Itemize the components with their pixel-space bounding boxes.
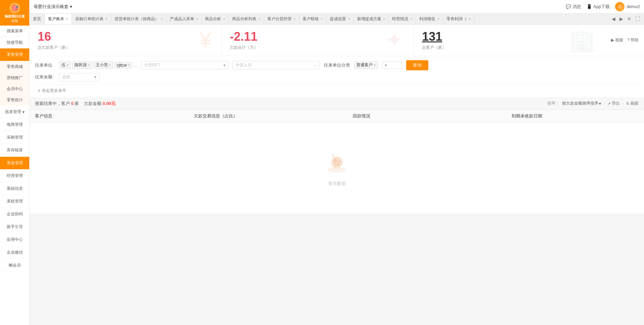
tab-close-all-btn[interactable]: ✕ [626,15,633,22]
empty-icon [324,150,350,177]
sidebar-item-retail-stats[interactable]: 零售统计 [0,95,29,106]
sidebar-item-wechat[interactable]: 企业微信 [0,246,29,259]
sidebar-item-member[interactable]: 会员中心 [0,83,29,95]
sidebar-item-enterprise[interactable]: 企业协同 [0,208,29,221]
close-tab-purchase-stats[interactable]: × [161,17,163,21]
remove-tag-chen[interactable]: × [88,63,90,67]
svg-point-4 [338,160,340,162]
tab-customer-ledger[interactable]: 客户账本 × [45,14,72,25]
sidebar-item-marketing[interactable]: 营销推广 [0,72,29,83]
remove-tag-cjttcw[interactable]: × [128,63,130,67]
video-link[interactable]: ▶ 视频 [611,37,623,43]
filter-more-tags[interactable]: ... [133,63,137,68]
close-tab-customer-contact[interactable]: × [321,17,323,21]
app-download-btn[interactable]: 📱 App下载 [587,4,610,10]
balance-select[interactable]: 选择... ▾ [59,73,99,81]
close-tab-customer-segment[interactable]: × [294,17,296,21]
sidebar-item-ecommerce[interactable]: 电商管理 [0,118,29,131]
help-link[interactable]: ? 帮助 [627,37,639,43]
message-btn[interactable]: 💬 消息 [566,4,581,10]
filter-area: 往来单位 伍 × 陈民强 × 王小亮 × cjttcw [30,56,644,98]
user-name: demo2 [627,4,640,9]
table-header: 客户信息 欠款交易信息（占比） 回款情况 到期未收款日期 [30,110,644,123]
tab-next-btn[interactable]: ▶ [618,15,625,22]
account-selector[interactable]: 母婴行业演示账套 ▾ [34,4,72,10]
tab-purchase-stats[interactable]: 进货单统计表（按商品） × [111,13,167,24]
user-menu[interactable]: D demo2 [615,2,640,11]
close-tab-purchase-order[interactable]: × [105,17,108,21]
tab-production-entry[interactable]: 产成品入库单 × [167,13,202,24]
sidebar-item-inventory[interactable]: 库存核算 [0,144,29,157]
refresh-btn[interactable]: ↻ 刷新 [626,101,639,106]
query-button[interactable]: 查询 [406,60,428,70]
filter-tag-wang[interactable]: 王小亮 × [93,61,113,69]
tab-customer-segment[interactable]: 客户分层经营 × [264,13,299,24]
quick-nav[interactable]: 快捷导航 [0,37,29,48]
close-tab-operation-status[interactable]: × [410,17,412,21]
svg-point-3 [334,159,337,162]
tab-new-promotion[interactable]: 新增提成方案 × [354,13,389,24]
close-tab-retail-profit[interactable]: × [469,17,471,21]
col-header-repay: 回款情况 [353,113,512,119]
tab-profit-report[interactable]: 利润报告 × [416,13,443,24]
sidebar-item-app-center[interactable]: 应用中心 [0,233,29,246]
results-info: 搜索结果中，客户 0 家 欠款金额 0.00元 [35,101,116,107]
page-content: ¥ 16 总欠款客户（家） ✦ -2.11 欠款合计（万） 🏢 131 总客户（… [30,25,644,325]
close-tab-new-promotion[interactable]: × [383,17,385,21]
close-tab-promotion-settings[interactable]: × [348,17,350,21]
tab-purchase-order[interactable]: 采购订单统计表 × [72,13,111,24]
tab-fullscreen-btn[interactable]: ⛶ [634,15,641,22]
sort-select[interactable]: 按欠款金额倒序排序 ▾ [562,101,601,106]
empty-text: 暂无数据 [328,181,346,187]
svg-point-2 [332,157,342,167]
category-tag-normal[interactable]: 普通客户 × [354,61,378,69]
total-customers-label: 总欠款客户（家） [38,45,70,50]
sidebar-item-newbie[interactable]: 新手引导 [0,221,29,233]
dept-arrow-icon: ▾ [223,63,225,68]
sidebar-item-purchase[interactable]: 采购管理 [0,131,29,144]
filter-tag-wu[interactable]: 伍 × [59,61,71,69]
person-input[interactable]: 分管人员 ··· [232,61,320,69]
remove-tag-wu[interactable]: × [67,63,69,67]
tab-retail-profit[interactable]: 零售利润（ × [443,13,474,24]
all-customers-value: 131 [422,30,442,43]
tab-prev-btn[interactable]: ◀ [610,15,617,22]
sidebar-logo: 🎯 畅捷通好生意 标版 [0,0,29,26]
sidebar-item-finance[interactable]: 资金管理 [0,157,29,170]
close-tab-customer-ledger[interactable]: × [66,17,68,21]
close-tab-profit-report[interactable]: × [437,17,439,21]
sidebar-item-operations[interactable]: 经营管理 [0,170,29,182]
sidebar-item-batch[interactable]: 批发管理 ▾ [0,106,29,118]
sidebar-item-basic[interactable]: 基础信息 [0,182,29,195]
export-btn[interactable]: ↗ 导出 [607,101,620,106]
stat-block-debt: ✦ -2.11 欠款合计（万） [221,25,414,56]
remove-tag-wang[interactable]: × [109,63,111,67]
category-select[interactable]: ▾ [382,62,402,69]
filter-tag-chen[interactable]: 陈民强 × [72,61,92,69]
close-tab-goods-analysis-list[interactable]: × [258,17,260,21]
topbar-right: 💬 消息 📱 App下载 D demo2 [566,2,640,11]
sidebar: 🎯 畅捷通好生意 标版 搜索菜单 快捷导航 零售管理 零售商城 营销推广 会员中… [0,0,30,325]
filter-tag-cjttcw[interactable]: cjttcw × [115,62,132,69]
category-tags: 普通客户 × [354,61,378,69]
phone-icon: 📱 [587,4,592,9]
dept-select[interactable]: 分管部门 ▾ [141,61,228,69]
sidebar-item-retail-mall[interactable]: 零售商城 [0,61,29,72]
tab-customer-contact[interactable]: 客户联络 × [299,13,327,24]
remove-category-tag[interactable]: × [374,63,376,67]
tab-home[interactable]: 首页 [30,13,45,24]
unit-category-label: 往来单位分类 [324,62,350,68]
search-menu[interactable]: 搜索菜单 [0,26,29,37]
collapse-btn[interactable]: ∧ 收起更多条件 [35,86,639,95]
sidebar-item-system[interactable]: 系统管理 [0,195,29,208]
total-bg-icon: 🏢 [569,28,596,53]
sidebar-item-vip[interactable]: 畅会员 [0,259,29,272]
tab-operation-status[interactable]: 经营情况 × [389,13,416,24]
tab-promotion-settings[interactable]: 提成设置 × [327,13,354,24]
tab-goods-analysis[interactable]: 商品分析 × [202,13,229,24]
close-tab-production-entry[interactable]: × [196,17,198,21]
sidebar-item-retail[interactable]: 零售管理 [0,48,29,61]
close-tab-goods-analysis[interactable]: × [223,17,225,21]
balance-label: 往来余额 [35,74,55,80]
tab-goods-analysis-list[interactable]: 商品分析列表 × [229,13,264,24]
